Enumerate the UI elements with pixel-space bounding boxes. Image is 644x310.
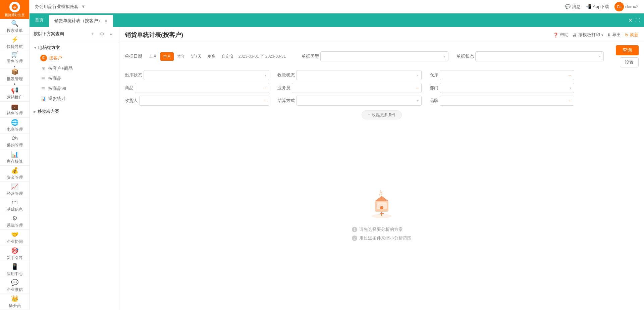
sidebar-item-label: 经营管理 <box>7 191 23 197</box>
sidebar-item-enterprise[interactable]: 🤝 企业协同 <box>0 230 30 246</box>
sidebar-item-retail[interactable]: 🛒 零售管理 ▾ <box>0 51 30 68</box>
date-btn-this-year[interactable]: 本年 <box>174 52 188 61</box>
refresh-btn[interactable]: ↻ 刷新 <box>625 32 639 38</box>
tab-close-icon[interactable]: ✕ <box>104 18 108 23</box>
sidebar-item-sales[interactable]: 💼 销售管理 <box>0 102 30 118</box>
tree-arrow-desktop-icon: ▼ <box>34 46 37 50</box>
goods99-icon: ☰ <box>40 86 46 92</box>
collapse-btn[interactable]: ⌃ 收起更多条件 <box>362 110 402 119</box>
tree-parent-desktop[interactable]: ▼ 电脑端方案 <box>30 43 119 53</box>
out-status-arrow-icon: ▾ <box>265 73 266 77</box>
warehouse-dots-icon: ··· <box>569 73 571 77</box>
add-scheme-btn[interactable]: ＋ <box>89 30 96 38</box>
chevron-up-icon: ⌃ <box>367 113 371 117</box>
collapse-panel-btn[interactable]: « <box>108 30 115 38</box>
salesman-label: 业务员 <box>277 85 290 91</box>
customer-goods-icon: ⊞ <box>40 65 46 71</box>
date-btn-7days[interactable]: 近7天 <box>189 52 204 61</box>
tab-home[interactable]: 首页 <box>30 13 49 27</box>
recipient-dots-icon: ··· <box>263 99 266 103</box>
date-btn-last-month[interactable]: 上月 <box>146 52 160 61</box>
tree-child-customer-goods[interactable]: ⊞ 按客户+商品 <box>30 63 119 73</box>
query-btn[interactable]: 查询 <box>616 45 639 55</box>
username: demo2 <box>625 4 639 9</box>
search-icon: 🔍 <box>11 20 18 27</box>
inventory-icon: 📊 <box>11 151 18 158</box>
tree-parent-mobile[interactable]: ▶ 移动端方案 <box>30 106 119 116</box>
sidebar-item-newguide[interactable]: 🎯 新手引导 <box>0 246 30 262</box>
sidebar-item-wechat[interactable]: 💬 企业微信 <box>0 278 30 294</box>
tree-child-by-goods[interactable]: ☰ 按商品 <box>30 73 119 84</box>
order-type-select[interactable]: ▾ <box>320 51 449 61</box>
action-buttons: 查询 设置 <box>612 45 639 67</box>
tree-mobile: ▶ 移动端方案 <box>30 105 119 118</box>
sidebar-item-marketing[interactable]: 📢 营销推广 <box>0 86 30 102</box>
topbar-right: 💬 消息 📲 App下载 Ea demo2 <box>565 2 639 11</box>
date-btn-custom[interactable]: 自定义 <box>219 52 236 61</box>
help-btn[interactable]: ❓ 帮助 <box>553 32 569 38</box>
sidebar-item-wholesale[interactable]: 📦 批发管理 ▴ <box>0 68 30 86</box>
edit-scheme-btn[interactable]: ⚙ <box>98 30 106 38</box>
export-btn[interactable]: ⬇ 导出 <box>607 32 621 38</box>
sidebar-item-member[interactable]: 👑 畅会员 <box>0 294 30 310</box>
date-btn-more[interactable]: 更多 <box>205 52 218 61</box>
help-icon: ❓ <box>553 33 558 38</box>
download-icon: 📲 <box>586 4 591 9</box>
recipient-select[interactable]: ··· <box>139 96 269 106</box>
sidebar-item-apps[interactable]: 📱 应用中心 <box>0 262 30 278</box>
sidebar-item-ecom[interactable]: 🌐 电商管理 <box>0 118 30 134</box>
settlement-filter: 结算方式 ▾ <box>277 96 427 106</box>
message-btn[interactable]: 💬 消息 <box>565 4 581 10</box>
right-content: 销货单统计表(按客户) ❓ 帮助 🖨 按模板打印 ▾ ⬇ 导出 <box>119 27 644 310</box>
collection-status-label: 收款状态 <box>277 72 295 78</box>
collection-status-select[interactable]: ▾ <box>296 70 422 80</box>
sidebar-item-finance[interactable]: 💰 资金管理 <box>0 166 30 182</box>
svg-point-6 <box>380 206 383 209</box>
app-logo: 畅捷通好生意 <box>0 0 30 19</box>
sidebar-item-purchase[interactable]: 🛍 采购管理 <box>0 134 30 150</box>
warehouse-select[interactable]: ··· <box>440 70 574 80</box>
dropdown-arrow-icon[interactable]: ▼ <box>81 4 86 9</box>
order-status-arrow-icon: ▾ <box>599 55 601 58</box>
sidebar-item-quicknav[interactable]: ⚡ 快捷导航 <box>0 35 30 51</box>
left-panel: 按以下方案查询 ＋ ⚙ « ▼ 电脑端方案 客 按客户 ⊞ 按客户 <box>30 27 119 310</box>
close-window-icon[interactable]: ✕ <box>628 17 633 23</box>
marketing-icon: 📢 <box>11 87 18 94</box>
print-btn[interactable]: 🖨 按模板打印 ▾ <box>573 32 603 38</box>
dept-select[interactable]: ▾ <box>440 83 574 93</box>
empty-illustration <box>365 188 398 221</box>
finance-icon: 💰 <box>11 167 18 174</box>
warehouse-filter: 仓库 ··· <box>430 70 580 80</box>
tree-child-by-customer[interactable]: 客 按客户 <box>30 53 119 63</box>
tree-child-goods99-label: 按商品99 <box>48 86 66 92</box>
user-menu[interactable]: Ea demo2 <box>614 2 639 11</box>
content-area: 按以下方案查询 ＋ ⚙ « ▼ 电脑端方案 客 按客户 ⊞ 按客户 <box>30 27 644 310</box>
date-btn-this-month[interactable]: 本月 <box>160 52 174 61</box>
goods-select[interactable]: ··· <box>135 83 269 93</box>
newguide-icon: 🎯 <box>11 247 18 254</box>
sidebar-item-inventory[interactable]: 📊 库存核算 <box>0 150 30 166</box>
tree-child-goods99[interactable]: ☰ 按商品99 <box>30 84 119 94</box>
out-status-select[interactable]: ▾ <box>144 70 269 80</box>
tree-child-return-stats[interactable]: 📊 退货统计 <box>30 94 119 104</box>
sidebar-item-biz[interactable]: 📈 经营管理 <box>0 182 30 198</box>
order-status-select[interactable]: ▾ <box>475 51 604 61</box>
enterprise-icon: 🤝 <box>11 231 18 238</box>
sidebar-item-search[interactable]: 🔍 搜索菜单 <box>0 19 30 35</box>
sidebar-item-system[interactable]: ⚙ 系统管理 <box>0 214 30 230</box>
tab-sales-stats[interactable]: 销货单统计表（按客户） ✕ <box>49 15 113 27</box>
sidebar-item-label: 零售管理 <box>7 59 23 64</box>
order-status-label: 单据状态 <box>457 53 474 59</box>
brand-select[interactable]: ··· <box>440 96 574 106</box>
order-type-label: 单据类型 <box>302 53 319 59</box>
app-download-btn[interactable]: 📲 App下载 <box>586 4 609 10</box>
maximize-window-icon[interactable]: ⛶ <box>635 17 640 23</box>
wechat-icon: 💬 <box>11 279 18 286</box>
salesman-select[interactable]: ··· <box>292 83 422 93</box>
sidebar-item-basic[interactable]: 🗃 基础信息 <box>0 198 30 214</box>
settlement-select[interactable]: ▾ <box>296 96 422 106</box>
settings-btn[interactable]: 设置 <box>620 57 639 67</box>
brand-dots-icon: ··· <box>569 99 571 103</box>
dept-arrow-icon: ▾ <box>570 86 571 90</box>
empty-tip-1: 1 请先选择要分析的方案 <box>352 226 412 232</box>
